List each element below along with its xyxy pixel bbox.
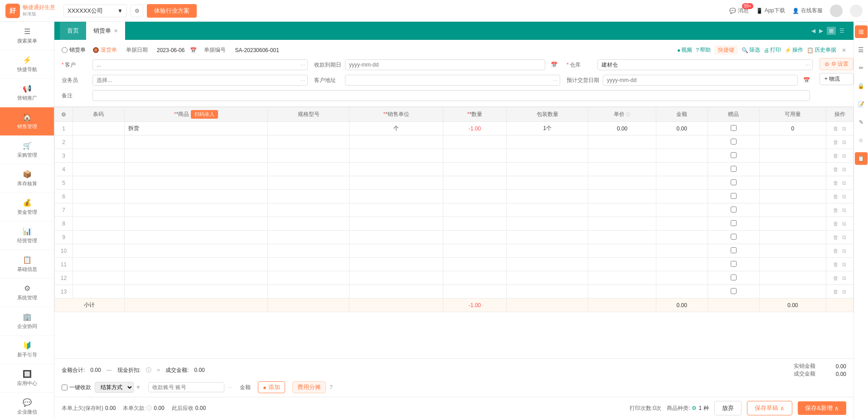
- row-amount[interactable]: [656, 231, 708, 244]
- copy-icon[interactable]: ⧉: [842, 289, 846, 295]
- copy-icon[interactable]: ⧉: [842, 275, 846, 281]
- row-product[interactable]: [124, 135, 267, 149]
- tab-sales-order[interactable]: 销货单 ✕: [86, 22, 125, 40]
- row-gift[interactable]: [708, 176, 759, 190]
- row-pack-qty[interactable]: [506, 271, 588, 285]
- sidebar-item-enterprise[interactable]: 🏢 企业协同: [0, 307, 54, 336]
- row-barcode[interactable]: [73, 258, 125, 271]
- delete-icon[interactable]: 🗑: [833, 221, 839, 227]
- row-unit-price[interactable]: [588, 258, 656, 271]
- quick-pay-checkbox[interactable]: 一键收款: [62, 384, 91, 391]
- discount-question-icon[interactable]: ⓘ: [146, 366, 151, 374]
- row-pack-qty[interactable]: [506, 244, 588, 258]
- row-unit[interactable]: [349, 217, 443, 231]
- row-spec[interactable]: [267, 285, 349, 299]
- row-product[interactable]: [124, 258, 267, 271]
- radio-return-input[interactable]: [93, 47, 99, 53]
- tab-list-icon[interactable]: ☰: [839, 28, 844, 34]
- row-gift[interactable]: [708, 231, 759, 244]
- row-amount[interactable]: [656, 149, 708, 163]
- form-close-button[interactable]: ✕: [842, 47, 846, 53]
- row-product[interactable]: [124, 190, 267, 203]
- row-spec[interactable]: [267, 149, 349, 163]
- row-amount[interactable]: [656, 176, 708, 190]
- row-barcode[interactable]: [73, 244, 125, 258]
- delete-icon[interactable]: 🗑: [833, 125, 839, 132]
- save-draft-button[interactable]: 保存草稿 ∧: [747, 401, 792, 415]
- row-barcode[interactable]: [73, 163, 125, 176]
- copy-icon[interactable]: ⧉: [842, 234, 846, 241]
- sidebar-item-sales[interactable]: 🏠 销售管理: [0, 107, 54, 136]
- discard-button[interactable]: 放弃: [714, 401, 742, 415]
- row-gift[interactable]: [708, 203, 759, 217]
- logistics-button[interactable]: + 物流: [820, 73, 853, 85]
- sidebar-item-system[interactable]: ⚙ 系统管理: [0, 279, 54, 307]
- row-gift[interactable]: [708, 285, 759, 299]
- row-quantity[interactable]: -1.00: [443, 122, 506, 135]
- row-product[interactable]: [124, 271, 267, 285]
- history-btn[interactable]: 📋 历史单据: [807, 46, 836, 54]
- row-quantity[interactable]: [443, 190, 506, 203]
- setting-button[interactable]: ⚙ ⚙ 设置: [820, 58, 853, 70]
- row-amount[interactable]: [656, 135, 708, 149]
- gift-checkbox[interactable]: [731, 207, 737, 212]
- salesperson-more-icon[interactable]: ···: [301, 77, 305, 83]
- print-btn[interactable]: 🖨 打印: [764, 46, 781, 54]
- col-settings-header[interactable]: ⚙: [55, 107, 73, 122]
- row-unit[interactable]: [349, 231, 443, 244]
- gift-checkbox[interactable]: [731, 152, 737, 158]
- row-unit-price[interactable]: [588, 285, 656, 299]
- gift-checkbox[interactable]: [731, 179, 737, 185]
- gift-checkbox[interactable]: [731, 166, 737, 172]
- row-barcode[interactable]: [73, 135, 125, 149]
- row-amount[interactable]: [656, 190, 708, 203]
- row-unit[interactable]: 个: [349, 122, 443, 135]
- row-unit-price[interactable]: [588, 203, 656, 217]
- gift-checkbox[interactable]: [731, 220, 737, 226]
- row-unit[interactable]: [349, 203, 443, 217]
- copy-icon[interactable]: ⧉: [842, 180, 846, 186]
- customer-input[interactable]: [92, 59, 308, 70]
- tab-grid-icon[interactable]: ⊞: [827, 27, 836, 35]
- row-barcode[interactable]: [73, 190, 125, 203]
- gift-checkbox[interactable]: [731, 234, 737, 240]
- gift-checkbox[interactable]: [731, 139, 737, 144]
- calendar-icon[interactable]: 📅: [190, 47, 197, 53]
- company-select[interactable]: XXXXXX公司 ▼: [63, 5, 127, 17]
- row-amount[interactable]: 0.00: [656, 122, 708, 135]
- gift-checkbox[interactable]: [731, 288, 737, 294]
- row-pack-qty[interactable]: [506, 149, 588, 163]
- sidebar-item-inventory[interactable]: 📦 库存核算: [0, 164, 54, 193]
- copy-icon[interactable]: ⧉: [842, 261, 846, 268]
- gift-checkbox[interactable]: [731, 261, 737, 267]
- sidebar-item-apps[interactable]: 🔲 应用中心: [0, 364, 54, 393]
- row-spec[interactable]: [267, 190, 349, 203]
- salesperson-input[interactable]: [92, 75, 308, 86]
- row-unit[interactable]: [349, 190, 443, 203]
- row-spec[interactable]: [267, 217, 349, 231]
- row-gift[interactable]: [708, 258, 759, 271]
- copy-icon[interactable]: ⧉: [842, 207, 846, 213]
- delete-icon[interactable]: 🗑: [833, 139, 839, 145]
- save-new-button[interactable]: 保存&新增 ∧: [798, 401, 846, 415]
- sidebar-item-basic[interactable]: 📋 基础信息: [0, 250, 54, 279]
- row-quantity[interactable]: [443, 271, 506, 285]
- row-quantity[interactable]: [443, 163, 506, 176]
- operate-btn[interactable]: ⚡ 操作: [785, 46, 803, 54]
- row-barcode[interactable]: [73, 203, 125, 217]
- sidebar-item-shortcut[interactable]: ⚡ 快捷导航: [0, 50, 54, 79]
- row-pack-qty[interactable]: [506, 190, 588, 203]
- row-amount[interactable]: [656, 244, 708, 258]
- sidebar-item-guide[interactable]: 🔰 新手引导: [0, 336, 54, 364]
- gift-checkbox[interactable]: [731, 125, 737, 131]
- row-product[interactable]: [124, 217, 267, 231]
- account-more-icon[interactable]: ···: [228, 384, 233, 390]
- right-sidebar-lock-icon[interactable]: 🔒: [855, 80, 868, 92]
- row-pack-qty[interactable]: [506, 176, 588, 190]
- row-amount[interactable]: [656, 217, 708, 231]
- row-product[interactable]: [124, 163, 267, 176]
- row-product[interactable]: [124, 176, 267, 190]
- row-amount[interactable]: [656, 163, 708, 176]
- radio-return[interactable]: 退货单: [93, 46, 117, 54]
- row-amount[interactable]: [656, 258, 708, 271]
